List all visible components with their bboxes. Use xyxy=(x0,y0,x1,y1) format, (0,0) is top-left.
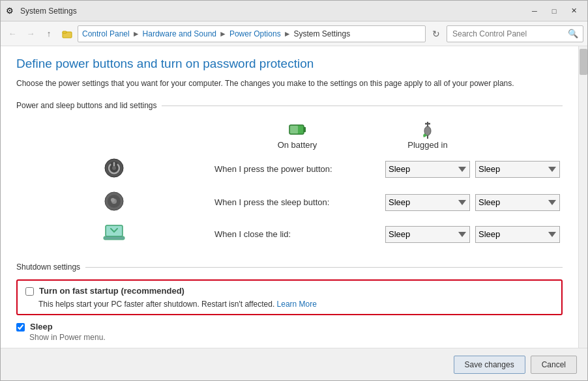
system-settings-window: ⚙ System Settings ─ □ ✕ ← → ↑ Control Pa… xyxy=(0,0,588,381)
table-row: When I close the lid: Sleep Hibernate Sh… xyxy=(16,219,563,249)
sleep-checkbox[interactable] xyxy=(16,323,25,332)
window-title: System Settings xyxy=(20,7,526,16)
shutdown-section-header: Shutdown settings xyxy=(16,262,563,272)
breadcrumb-system-settings: System Settings xyxy=(294,29,351,38)
col-header-on-battery: On battery xyxy=(212,118,383,152)
breadcrumb-hardware-sound[interactable]: Hardware and Sound xyxy=(143,29,216,38)
cancel-button[interactable]: Cancel xyxy=(531,356,577,374)
fast-startup-box: Turn on fast startup (recommended) This … xyxy=(16,279,563,315)
sleep-plugged-select[interactable]: Sleep Hibernate Shut down Do nothing xyxy=(475,194,560,211)
power-table: On battery xyxy=(16,118,563,249)
bottom-bar: Save changes Cancel xyxy=(1,348,587,380)
power-plugged-dropdown-cell: Sleep Hibernate Shut down Do nothing xyxy=(473,152,563,186)
power-button-icon-cell xyxy=(16,152,212,186)
svg-rect-3 xyxy=(304,127,306,132)
lid-plugged-dropdown-cell: Sleep Hibernate Shut down Do nothing xyxy=(473,219,563,249)
close-button[interactable]: ✕ xyxy=(565,5,582,18)
shutdown-section: Shutdown settings Turn on fast startup (… xyxy=(16,262,563,348)
search-wrapper: 🔍 xyxy=(447,25,583,42)
scrollbar-thumb[interactable] xyxy=(580,49,587,75)
forward-button[interactable]: → xyxy=(23,26,38,42)
page-title: Define power buttons and turn on passwor… xyxy=(16,57,563,71)
sleep-battery-select[interactable]: Sleep Hibernate Shut down Do nothing xyxy=(385,194,470,211)
svg-rect-1 xyxy=(63,31,66,33)
svg-rect-17 xyxy=(106,226,122,236)
table-row: When I press the power button: Sleep Hib… xyxy=(16,152,563,186)
lid-icon-cell xyxy=(16,219,212,249)
fast-startup-description: This helps start your PC faster after sh… xyxy=(38,300,553,309)
lid-plugged-select[interactable]: Sleep Hibernate Shut down Do nothing xyxy=(475,226,560,243)
lid-label: When I close the lid: xyxy=(212,219,383,249)
svg-point-15 xyxy=(111,198,115,202)
search-input[interactable] xyxy=(447,25,583,42)
col-header-plugged-in: Plugged in xyxy=(383,118,473,152)
sleep-setting: Sleep Show in Power menu. xyxy=(16,322,563,342)
power-sleep-section-header: Power and sleep buttons and lid settings xyxy=(16,101,563,110)
plug-icon xyxy=(419,120,437,139)
lid-battery-dropdown-cell: Sleep Hibernate Shut down Do nothing xyxy=(383,219,473,249)
sleep-description: Show in Power menu. xyxy=(29,333,563,342)
sleep-plugged-dropdown-cell: Sleep Hibernate Shut down Do nothing xyxy=(473,186,563,219)
sleep-button-label: When I press the sleep button: xyxy=(212,186,383,219)
power-battery-dropdown-cell: Sleep Hibernate Shut down Do nothing xyxy=(383,152,473,186)
lid-battery-select[interactable]: Sleep Hibernate Shut down Do nothing xyxy=(385,226,470,243)
fast-startup-row: Turn on fast startup (recommended) xyxy=(25,286,553,296)
search-icon: 🔍 xyxy=(568,29,578,38)
svg-point-11 xyxy=(112,166,116,170)
battery-icon xyxy=(288,120,306,139)
title-bar: ⚙ System Settings ─ □ ✕ xyxy=(1,1,587,21)
save-changes-button[interactable]: Save changes xyxy=(454,356,525,374)
power-button-label: When I press the power button: xyxy=(212,152,383,186)
fast-startup-checkbox[interactable] xyxy=(25,287,34,296)
sleep-button-icon-cell xyxy=(16,186,212,219)
svg-rect-4 xyxy=(290,126,298,134)
maximize-button[interactable]: □ xyxy=(546,5,563,18)
minimize-button[interactable]: ─ xyxy=(526,5,543,18)
back-button[interactable]: ← xyxy=(5,26,20,42)
main-panel: Define power buttons and turn on passwor… xyxy=(1,46,578,348)
learn-more-link[interactable]: Learn More xyxy=(277,300,317,309)
svg-point-7 xyxy=(424,126,431,135)
title-bar-buttons: ─ □ ✕ xyxy=(526,5,582,18)
refresh-button[interactable]: ↻ xyxy=(428,26,444,42)
breadcrumb-control-panel[interactable]: Control Panel xyxy=(82,29,130,38)
sleep-label[interactable]: Sleep xyxy=(30,322,53,332)
sleep-battery-dropdown-cell: Sleep Hibernate Shut down Do nothing xyxy=(383,186,473,219)
address-bar: ← → ↑ Control Panel ► Hardware and Sound… xyxy=(1,21,587,46)
window-icon: ⚙ xyxy=(6,6,16,16)
svg-rect-18 xyxy=(104,236,125,240)
breadcrumb-power-options[interactable]: Power Options xyxy=(229,29,281,38)
table-row: When I press the sleep button: Sleep Hib… xyxy=(16,186,563,219)
scrollbar-track[interactable] xyxy=(578,46,587,348)
power-battery-select[interactable]: Sleep Hibernate Shut down Do nothing xyxy=(385,161,470,178)
power-plugged-select[interactable]: Sleep Hibernate Shut down Do nothing xyxy=(475,161,560,178)
page-description: Choose the power settings that you want … xyxy=(16,78,563,89)
fast-startup-label[interactable]: Turn on fast startup (recommended) xyxy=(39,286,184,296)
content-area: Define power buttons and turn on passwor… xyxy=(1,46,587,348)
up-button[interactable]: ↑ xyxy=(41,26,57,42)
folder-icon-button[interactable] xyxy=(59,26,75,42)
breadcrumb-bar: Control Panel ► Hardware and Sound ► Pow… xyxy=(78,25,426,42)
